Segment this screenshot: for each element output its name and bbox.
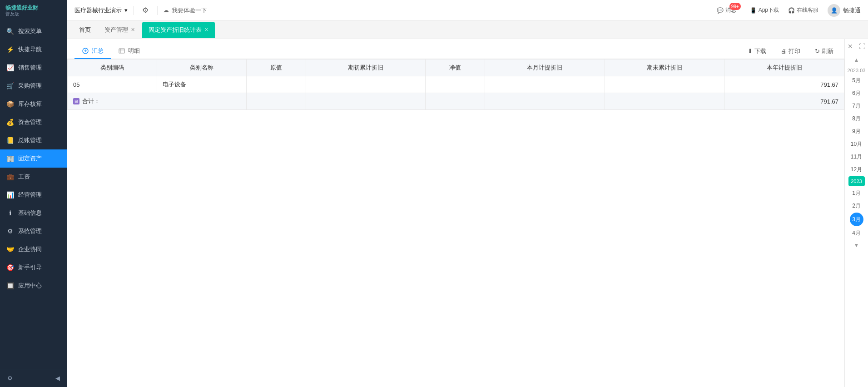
month-item[interactable]: 1月 bbox=[848, 187, 865, 199]
year-tag[interactable]: 2023 bbox=[848, 176, 865, 186]
toolbar: ⬇ 下载 🖨 打印 ↻ 刷新 bbox=[744, 45, 837, 57]
total-monthly bbox=[485, 93, 605, 110]
month-item[interactable]: 9月 bbox=[848, 125, 865, 137]
fixed-assets-icon: 🏢 bbox=[6, 155, 14, 162]
sidebar-item-label: 采购管理 bbox=[18, 82, 42, 90]
sidebar-item-label: 新手引导 bbox=[18, 263, 42, 272]
depreciation-table: 类别编码 类别名称 原值 期初累计折旧 净值 本月计提折旧 期未累计折旧 本年计… bbox=[67, 59, 844, 110]
total-initial-accum bbox=[306, 93, 426, 110]
year-label: 2023.03 bbox=[845, 66, 868, 74]
month-item[interactable]: 2月 bbox=[848, 200, 865, 212]
sidebar-item-quick-nav[interactable]: ⚡ 快捷导航 bbox=[0, 40, 67, 59]
company-selector[interactable]: 医疗器械行业演示 ▾ bbox=[74, 6, 128, 15]
sidebar-item-payroll[interactable]: 💼 工资 bbox=[0, 168, 67, 186]
tab-label-depreciation: 固定资产折旧统计表 bbox=[149, 26, 202, 34]
row-monthly bbox=[485, 76, 605, 93]
download-button[interactable]: ⬇ 下载 bbox=[744, 45, 770, 57]
row-initial-accum bbox=[306, 76, 426, 93]
month-item[interactable]: 11月 bbox=[848, 151, 865, 163]
tab-detail[interactable]: 明细 bbox=[111, 44, 147, 59]
sidebar-collapse-button[interactable]: ◀ bbox=[55, 374, 61, 382]
tab-depreciation[interactable]: 固定资产折旧统计表✕ bbox=[142, 22, 215, 38]
search-icon: 🔍 bbox=[6, 28, 14, 35]
col-name: 类别名称 bbox=[157, 60, 247, 76]
sidebar-settings-button[interactable]: ⚙ bbox=[6, 374, 14, 382]
message-button[interactable]: 💬 消息 99+ bbox=[717, 6, 736, 14]
sidebar-item-enterprise[interactable]: 🤝 企业协同 bbox=[0, 240, 67, 258]
sub-tab-bar: 汇总 明细 ⬇ 下载 bbox=[67, 39, 844, 59]
message-badge: 99+ bbox=[729, 3, 741, 10]
refresh-icon: ↻ bbox=[815, 48, 820, 55]
col-original: 原值 bbox=[247, 60, 306, 76]
col-period-accum: 期未累计折旧 bbox=[605, 60, 724, 76]
summary-icon bbox=[82, 47, 89, 55]
month-item[interactable]: 10月 bbox=[848, 138, 865, 150]
tab-close-depreciation[interactable]: ✕ bbox=[204, 27, 208, 33]
month-item[interactable]: 12月 bbox=[848, 164, 865, 175]
main-content: 医疗器械行业演示 ▾ ⚙ ☁ 我要体验一下 💬 消息 99+ 📱 App下载 🎧… bbox=[67, 0, 868, 387]
funds-icon: 💰 bbox=[6, 119, 14, 126]
app-version: 普及版 bbox=[5, 11, 38, 17]
month-item[interactable]: 3月 bbox=[850, 213, 863, 226]
sidebar-item-operations[interactable]: 📊 经营管理 bbox=[0, 186, 67, 204]
sidebar-item-label: 经营管理 bbox=[18, 191, 42, 199]
sidebar-item-sales[interactable]: 📈 销售管理 bbox=[0, 59, 67, 77]
app-download-button[interactable]: 📱 App下载 bbox=[750, 6, 779, 14]
sidebar-item-label: 工资 bbox=[18, 173, 30, 181]
trial-button[interactable]: ☁ 我要体验一下 bbox=[163, 6, 207, 15]
tab-asset-mgmt[interactable]: 资产管理✕ bbox=[98, 22, 141, 38]
content-main: 汇总 明细 ⬇ 下载 bbox=[67, 39, 844, 387]
total-icon: ⊞ bbox=[73, 98, 79, 104]
sidebar-item-purchase[interactable]: 🛒 采购管理 bbox=[0, 77, 67, 95]
purchase-icon: 🛒 bbox=[6, 82, 14, 89]
right-panel-expand-button[interactable]: ⛶ bbox=[859, 43, 865, 50]
total-row: ⊞ 合计： 791.67 bbox=[68, 93, 844, 110]
guide-icon: 🎯 bbox=[6, 264, 14, 271]
month-item[interactable]: 6月 bbox=[848, 87, 865, 99]
right-panel-close-button[interactable]: ✕ bbox=[848, 43, 853, 50]
detail-icon bbox=[118, 47, 125, 55]
table-row: 05 电子设备 791.67 bbox=[68, 76, 844, 93]
month-item[interactable]: 8月 bbox=[848, 113, 865, 124]
col-monthly: 本月计提折旧 bbox=[485, 60, 605, 76]
sidebar-item-fixed-assets[interactable]: 🏢 固定资产 bbox=[0, 149, 67, 168]
cloud-icon: ☁ bbox=[163, 7, 169, 14]
right-panel-nav-down[interactable]: ▼ bbox=[851, 239, 863, 251]
basic-info-icon: ℹ bbox=[6, 209, 14, 217]
user-name: 畅捷通 bbox=[843, 6, 861, 15]
right-panel: ✕ ⛶ ▲2023.03 5月6月7月8月9月10月11月12月20231月2月… bbox=[844, 39, 868, 387]
sidebar-item-guide[interactable]: 🎯 新手引导 bbox=[0, 258, 67, 277]
topbar-settings-button[interactable]: ⚙ bbox=[139, 4, 152, 17]
tab-summary-label: 汇总 bbox=[92, 47, 104, 55]
user-menu[interactable]: 👤 畅捷通 bbox=[828, 4, 861, 17]
row-annual: 791.67 bbox=[724, 76, 844, 93]
tab-summary[interactable]: 汇总 bbox=[74, 44, 111, 59]
sidebar-item-funds[interactable]: 💰 资金管理 bbox=[0, 113, 67, 131]
tab-detail-label: 明细 bbox=[128, 47, 140, 55]
sidebar-item-label: 企业协同 bbox=[18, 245, 42, 253]
tab-home[interactable]: 首页 bbox=[73, 22, 97, 38]
tab-close-asset-mgmt[interactable]: ✕ bbox=[131, 27, 135, 33]
print-button[interactable]: 🖨 打印 bbox=[777, 45, 804, 57]
sidebar-item-system[interactable]: ⚙ 系统管理 bbox=[0, 222, 67, 240]
sidebar-item-ledger[interactable]: 📒 总账管理 bbox=[0, 131, 67, 149]
right-panel-nav-up[interactable]: ▲ bbox=[851, 54, 863, 66]
month-item[interactable]: 7月 bbox=[848, 100, 865, 112]
month-item[interactable]: 5月 bbox=[848, 74, 865, 86]
total-original bbox=[247, 93, 306, 110]
total-period-accum bbox=[605, 93, 724, 110]
sidebar-item-app-center[interactable]: 🔲 应用中心 bbox=[0, 277, 67, 295]
sidebar-item-search[interactable]: 🔍 搜索菜单 bbox=[0, 22, 67, 40]
print-icon: 🖨 bbox=[781, 48, 787, 55]
sidebar-item-inventory[interactable]: 📦 库存核算 bbox=[0, 95, 67, 113]
online-service-button[interactable]: 🎧 在线客服 bbox=[788, 6, 818, 14]
sidebar: 畅捷通好业财 普及版 🔍 搜索菜单 ⚡ 快捷导航 📈 销售管理 🛒 采购管理 📦… bbox=[0, 0, 67, 387]
month-item[interactable]: 4月 bbox=[848, 227, 865, 239]
chevron-down-icon: ▾ bbox=[124, 7, 128, 14]
payroll-icon: 💼 bbox=[6, 173, 14, 180]
operations-icon: 📊 bbox=[6, 191, 14, 198]
app-download-label: App下载 bbox=[759, 6, 779, 14]
refresh-button[interactable]: ↻ 刷新 bbox=[811, 45, 837, 57]
sidebar-item-basic-info[interactable]: ℹ 基础信息 bbox=[0, 204, 67, 222]
service-icon: 🎧 bbox=[788, 7, 795, 14]
